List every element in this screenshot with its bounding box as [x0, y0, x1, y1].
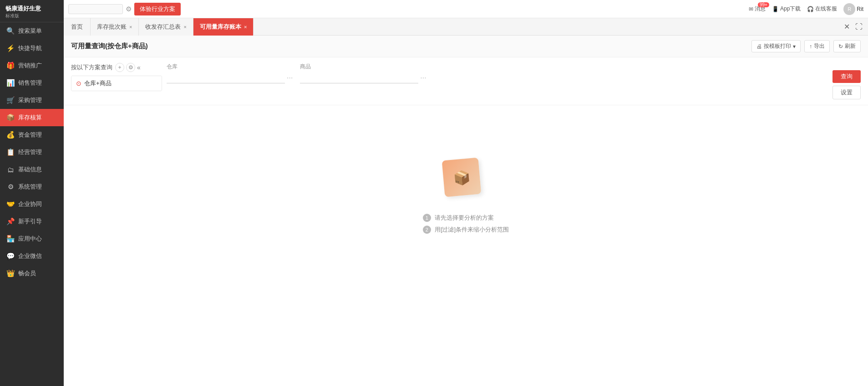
filter-area: 按以下方案查询 + ⚙ « ⊙ 仓库+商品	[64, 57, 868, 105]
export-label: 导出	[814, 42, 825, 50]
sidebar-item-newbie[interactable]: 📌新手引导	[0, 213, 64, 230]
sidebar-item-operation[interactable]: 📋经营管理	[0, 144, 64, 161]
goods-more-btn[interactable]: ···	[420, 74, 426, 82]
empty-state: 📦 1 请先选择要分析的方案 2 用[过滤]条件来缩小分析范围	[64, 105, 868, 288]
sidebar-item-finance[interactable]: 💰资金管理	[0, 126, 64, 144]
sidebar-item-appstore[interactable]: 🏪应用中心	[0, 230, 64, 247]
refresh-icon: ↻	[838, 43, 843, 50]
online-service-label: 在线客服	[815, 5, 837, 13]
tab-available-qty-close[interactable]: ×	[244, 24, 247, 30]
filter-actions: 查询 设置	[832, 70, 861, 99]
tab-batch-account-close[interactable]: ×	[129, 24, 132, 30]
logo-title: 畅康通好生意	[5, 5, 58, 13]
hint-text-2: 用[过滤]条件来缩小分析范围	[435, 226, 509, 234]
export-btn[interactable]: ↑ 导出	[804, 40, 830, 52]
sidebar-item-wechat[interactable]: 💬企业微信	[0, 247, 64, 265]
tab-home-label: 首页	[71, 23, 83, 31]
sidebar-logo: 畅康通好生意 标准版	[0, 0, 64, 22]
system-icon: ⚙	[6, 183, 15, 191]
warehouse-input[interactable]	[167, 72, 285, 83]
sidebar-item-quick-nav[interactable]: ⚡快捷导航	[0, 40, 64, 57]
tab-recv-summary-close[interactable]: ×	[183, 24, 186, 30]
warehouse-more-btn[interactable]: ···	[287, 74, 293, 82]
sidebar-item-search[interactable]: 🔍搜索菜单	[0, 22, 64, 40]
newbie-icon: 📌	[6, 217, 15, 226]
sidebar-item-system[interactable]: ⚙系统管理	[0, 178, 64, 196]
tab-bar: 首页 库存批次账 × 收发存汇总表 × 可用量库存账本 × ✕ ⛶	[64, 18, 868, 36]
filter-left: 按以下方案查询 + ⚙ « ⊙ 仓库+商品	[71, 63, 162, 91]
sidebar-item-inventory[interactable]: 📦库存核算	[0, 109, 64, 126]
page-title: 可用量查询(按仓库+商品)	[71, 42, 751, 51]
user-profile[interactable]: R Rit	[843, 3, 863, 15]
sidebar-item-purchase[interactable]: 🛒采购管理	[0, 92, 64, 109]
sidebar-item-sales[interactable]: 📊销售管理	[0, 74, 64, 92]
sidebar-label-finance: 资金管理	[18, 131, 42, 139]
sidebar-item-marketing[interactable]: 🎁营销推广	[0, 57, 64, 74]
app-download-link[interactable]: 📱 App下载	[772, 5, 801, 13]
filter-scheme-label: 按以下方案查询	[71, 63, 112, 72]
chevron-down-icon: ▾	[793, 43, 796, 50]
logo-sub: 标准版	[5, 13, 58, 19]
tab-recv-summary[interactable]: 收发存汇总表 ×	[139, 18, 193, 36]
sidebar-item-coop[interactable]: 🤝企业协同	[0, 196, 64, 213]
tab-close-btn[interactable]: ✕	[842, 21, 852, 33]
scheme-item-icon: ⊙	[76, 80, 81, 87]
main-area: ⚙ 体验行业方案 ✉ 消息 99+ 📱 App下载 🎧 在线客服	[64, 0, 868, 386]
scheme-item-warehouse-goods[interactable]: ⊙ 仓库+商品	[71, 76, 162, 91]
filter-field-warehouse: 仓库 ···	[167, 63, 293, 83]
goods-input-wrap: ···	[300, 72, 426, 83]
scheme-collapse-btn[interactable]: «	[137, 63, 141, 72]
scheme-edit-btn[interactable]: ⚙	[126, 63, 135, 72]
avatar: R	[843, 3, 855, 15]
sidebar-scroll: 🔍搜索菜单⚡快捷导航🎁营销推广📊销售管理🛒采购管理📦库存核算💰资金管理📋经营管理…	[0, 22, 64, 386]
hint-item-2: 2 用[过滤]条件来缩小分析范围	[423, 226, 509, 234]
empty-image: 📦	[443, 159, 489, 205]
basic-icon: 🗂	[6, 166, 15, 174]
settings-btn[interactable]: 设置	[832, 86, 861, 99]
marketing-icon: 🎁	[6, 62, 15, 70]
refresh-btn[interactable]: ↻ 刷新	[833, 40, 861, 52]
empty-hint: 1 请先选择要分析的方案 2 用[过滤]条件来缩小分析范围	[423, 214, 509, 234]
sidebar-label-sales: 销售管理	[18, 79, 42, 87]
top-bar-left: ⚙ 体验行业方案	[68, 3, 745, 15]
message-badge: 99+	[758, 2, 769, 7]
message-link[interactable]: ✉ 消息 99+	[749, 5, 766, 13]
app-download-icon: 📱	[772, 6, 779, 12]
top-bar: ⚙ 体验行业方案 ✉ 消息 99+ 📱 App下载 🎧 在线客服	[64, 0, 868, 18]
tab-expand-btn[interactable]: ⛶	[853, 21, 864, 33]
search-icon: 🔍	[6, 27, 15, 35]
sidebar-label-operation: 经营管理	[18, 148, 42, 156]
appstore-icon: 🏪	[6, 235, 15, 243]
scheme-item-label: 仓库+商品	[84, 79, 112, 87]
search-input[interactable]	[68, 4, 123, 14]
scheme-list: ⊙ 仓库+商品	[71, 76, 162, 91]
industry-btn[interactable]: 体验行业方案	[134, 3, 181, 15]
tab-available-qty-label: 可用量库存账本	[200, 23, 241, 31]
refresh-label: 刷新	[845, 42, 856, 50]
tab-recv-summary-label: 收发存汇总表	[145, 23, 181, 31]
export-icon: ↑	[809, 43, 812, 50]
inventory-icon: 📦	[6, 113, 15, 122]
sidebar-item-basic[interactable]: 🗂基础信息	[0, 161, 64, 178]
tab-available-qty[interactable]: 可用量库存账本 ×	[193, 18, 254, 36]
tab-home[interactable]: 首页	[64, 18, 91, 36]
warehouse-label: 仓库	[167, 63, 293, 71]
template-print-btn[interactable]: 🖨 按模板打印 ▾	[751, 40, 801, 52]
online-service-link[interactable]: 🎧 在线客服	[807, 5, 837, 13]
goods-input[interactable]	[300, 72, 418, 83]
sidebar-label-purchase: 采购管理	[18, 96, 42, 104]
purchase-icon: 🛒	[6, 96, 15, 104]
query-btn[interactable]: 查询	[832, 70, 861, 83]
scheme-add-btn[interactable]: +	[115, 63, 124, 72]
gear-icon[interactable]: ⚙	[126, 5, 132, 13]
member-icon: 👑	[6, 269, 15, 278]
tab-batch-account-label: 库存批次账	[97, 23, 127, 31]
sidebar-label-inventory: 库存核算	[18, 113, 42, 122]
sidebar: 畅康通好生意 标准版 🔍搜索菜单⚡快捷导航🎁营销推广📊销售管理🛒采购管理📦库存核…	[0, 0, 64, 386]
sidebar-item-member[interactable]: 👑畅会员	[0, 265, 64, 282]
page-header-actions: 🖨 按模板打印 ▾ ↑ 导出 ↻ 刷新	[751, 40, 861, 52]
tab-batch-account[interactable]: 库存批次账 ×	[91, 18, 139, 36]
sidebar-label-system: 系统管理	[18, 183, 42, 191]
quick-nav-icon: ⚡	[6, 44, 15, 52]
hint-num-1: 1	[423, 214, 431, 222]
